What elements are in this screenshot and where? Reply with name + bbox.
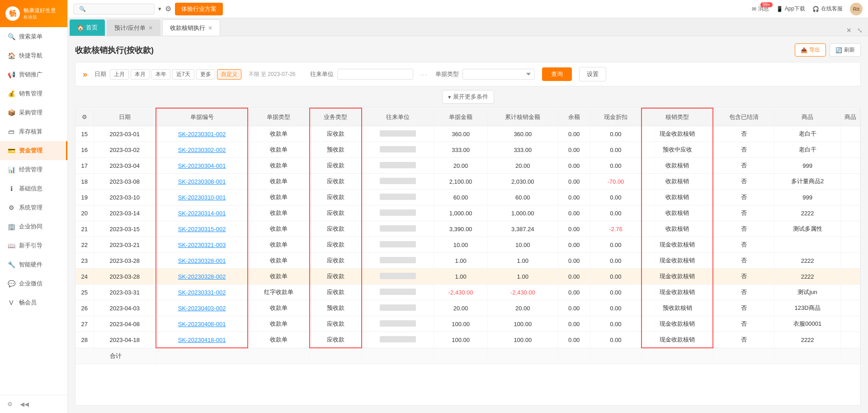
table-row: 21 2023-03-15 SK-20230315-002 收款单 应收款 3,… <box>75 221 860 237</box>
sn-link[interactable]: SK-20230408-001 <box>178 321 226 328</box>
settings-bottom-icon[interactable]: ⚙ <box>7 401 13 408</box>
sn-link[interactable]: SK-20230315-002 <box>178 226 226 233</box>
sidebar-item-hardware[interactable]: 🔧智能硬件 <box>0 255 67 274</box>
cell-sn: SK-20230301-002 <box>156 126 248 142</box>
sidebar-item-enterprise[interactable]: 🏢企业协同 <box>0 217 67 236</box>
page-content: 收款核销执行(按收款) 📤 导出 🔄 刷新 » 日期 上月 本月 <box>68 36 868 413</box>
tab-payable-close[interactable]: ✕ <box>148 25 153 31</box>
refresh-button[interactable]: 🔄 刷新 <box>830 43 861 57</box>
app-download-button[interactable]: 📱 App下载 <box>776 5 805 13</box>
table-row: 20 2023-03-14 SK-20230314-001 收款单 应收款 1,… <box>75 205 860 221</box>
counterpart-input[interactable] <box>337 69 413 80</box>
cell-amount: 1.00 <box>434 253 487 269</box>
collapse-icon[interactable]: ◀◀ <box>20 401 29 408</box>
export-button[interactable]: 📤 导出 <box>795 43 826 57</box>
sidebar-item-quicknav[interactable]: 🏠快捷导航 <box>0 46 67 65</box>
sidebar-item-marketing[interactable]: 📢营销推广 <box>0 65 67 84</box>
topbar-settings-icon[interactable]: ⚙ <box>165 5 171 13</box>
table-header-row: ⚙ 日期 单据编号 单据类型 业务类型 往来单位 单据金额 累计核销金额 余额 … <box>75 108 860 126</box>
cell-no: 21 <box>75 221 94 237</box>
sidebar-item-search[interactable]: 🔍搜索菜单 <box>0 27 67 46</box>
sn-link[interactable]: SK-20230328-002 <box>178 273 226 280</box>
nav-icon-vip: V <box>7 299 15 306</box>
online-service-button[interactable]: 🎧 在线客服 <box>812 5 843 13</box>
sidebar-item-inventory[interactable]: 🗃库存核算 <box>0 122 67 141</box>
topbar-dropdown[interactable]: ▾ <box>158 5 161 12</box>
doc-type-select[interactable] <box>462 69 535 80</box>
cell-verify-type: 现金收款核销 <box>642 269 713 285</box>
industry-solution-button[interactable]: 体验行业方案 <box>175 3 223 15</box>
masked-counterpart <box>380 130 416 137</box>
sn-link[interactable]: SK-20230314-001 <box>178 210 226 217</box>
date-btn-thismonth[interactable]: 本月 <box>131 69 150 80</box>
sn-link[interactable]: SK-20230321-003 <box>178 242 226 248</box>
query-button[interactable]: 查询 <box>542 67 572 81</box>
sn-link[interactable]: SK-20230301-002 <box>178 131 226 138</box>
nav-label-inventory: 库存核算 <box>19 128 42 136</box>
table-footer-row: 合计 <box>75 348 860 364</box>
doc-type-label: 单据类型 <box>435 70 459 78</box>
sidebar-item-vip[interactable]: V畅会员 <box>0 293 67 312</box>
cell-biz-type: 应收款 <box>310 126 362 142</box>
sn-link[interactable]: SK-20230308-001 <box>178 178 226 185</box>
cell-balance: 0.00 <box>558 126 590 142</box>
sn-link[interactable]: SK-20230418-001 <box>178 337 226 343</box>
date-btn-7days[interactable]: 近7天 <box>172 69 194 80</box>
cell-discount: 0.00 <box>590 126 642 142</box>
app-icon: 📱 <box>776 6 783 12</box>
footer-verified <box>487 348 558 364</box>
nav-label-system: 系统管理 <box>19 204 42 212</box>
table-row: 17 2023-03-04 SK-20230304-001 收款单 应收款 20… <box>75 158 860 174</box>
cell-discount: -2.76 <box>590 221 642 237</box>
table-row: 24 2023-03-28 SK-20230328-002 收款单 应收款 1.… <box>75 269 860 285</box>
filter-toggle-icon[interactable]: » <box>83 70 87 79</box>
tab-receipt-verify-close[interactable]: ✕ <box>208 25 212 31</box>
cell-product: 测试多属性 <box>774 221 841 237</box>
sidebar-item-finance[interactable]: 💳资金管理 <box>0 141 67 160</box>
sidebar-item-system[interactable]: ⚙系统管理 <box>0 198 67 217</box>
date-btn-custom[interactable]: 自定义 <box>217 69 241 80</box>
date-btn-lastmonth[interactable]: 上月 <box>110 69 129 80</box>
cell-counterpart <box>362 174 434 190</box>
footer-verify-type <box>642 348 713 364</box>
sidebar-item-sales[interactable]: 💰销售管理 <box>0 84 67 103</box>
expand-conditions-button[interactable]: ▾ 展开更多条件 <box>442 90 494 104</box>
sn-link[interactable]: SK-20230304-001 <box>178 162 226 169</box>
sn-link[interactable]: SK-20230331-002 <box>178 289 226 296</box>
cell-product2 <box>841 332 860 348</box>
sidebar-item-purchase[interactable]: 📦采购管理 <box>0 103 67 122</box>
sn-link[interactable]: SK-20230403-002 <box>178 305 226 312</box>
tab-receipt-verify[interactable]: 收款核销执行 ✕ <box>162 19 220 36</box>
sidebar-nav: 🔍搜索菜单🏠快捷导航📢营销推广💰销售管理📦采购管理🗃库存核算💳资金管理📊经营管理… <box>0 27 67 395</box>
user-avatar[interactable]: Rit <box>850 3 863 15</box>
date-btn-more[interactable]: 更多 <box>196 69 215 80</box>
sn-link[interactable]: SK-20230310-001 <box>178 194 226 201</box>
cell-doc-type: 收款单 <box>248 269 309 285</box>
sn-link[interactable]: SK-20230302-002 <box>178 147 226 153</box>
settings-button[interactable]: 设置 <box>579 67 606 81</box>
footer-product2 <box>841 348 860 364</box>
sidebar-item-guide[interactable]: 📖新手引导 <box>0 236 67 255</box>
sidebar-item-basic[interactable]: ℹ基础信息 <box>0 179 67 198</box>
cell-amount: 20.00 <box>434 300 487 316</box>
tab-payable[interactable]: 预计/应付单 ✕ <box>107 19 160 36</box>
tab-expand-icon[interactable]: ⤡ <box>855 25 864 36</box>
cell-amount: 1.00 <box>434 269 487 285</box>
message-button[interactable]: ✉ 消息 99+ <box>752 5 769 13</box>
sidebar-item-wechat[interactable]: 💬企业微信 <box>0 274 67 293</box>
footer-biz-type <box>310 348 362 364</box>
filter-bar: » 日期 上月 本月 本年 近7天 更多 自定义 不限 至 2023-07-26… <box>75 62 861 86</box>
cell-balance: 0.00 <box>558 142 590 158</box>
date-btn-thisyear[interactable]: 本年 <box>151 69 170 80</box>
tab-home[interactable]: 🏠 首页 <box>70 19 105 36</box>
cell-settled: 否 <box>713 174 774 190</box>
footer-product <box>774 348 841 364</box>
topbar-left: 🔍 ▾ ⚙ 体验行业方案 <box>73 3 748 15</box>
tab-close-all-icon[interactable]: ✕ <box>844 25 854 36</box>
cell-discount: 0.00 <box>590 285 642 300</box>
sn-link[interactable]: SK-20230328-001 <box>178 257 226 264</box>
sidebar-item-operations[interactable]: 📊经营管理 <box>0 160 67 179</box>
cell-counterpart <box>362 142 434 158</box>
cell-balance: 0.00 <box>558 205 590 221</box>
cell-date: 2023-03-21 <box>94 237 156 253</box>
